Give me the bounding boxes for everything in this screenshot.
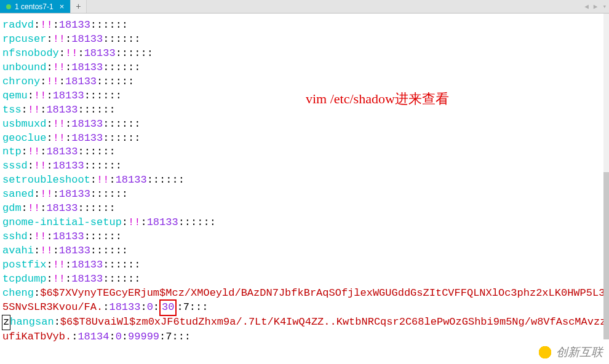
shadow-line: setroubleshoot:!!:18133:::::: bbox=[2, 173, 607, 188]
shadow-line: unbound:!!:18133:::::: bbox=[2, 61, 607, 75]
nav-right-icon[interactable]: ▶ bbox=[594, 2, 598, 10]
shadow-line: saned:!!:18133:::::: bbox=[2, 188, 607, 202]
shadow-line: chrony:!!:18133:::::: bbox=[2, 75, 607, 89]
shadow-line: rpcuser:!!:18133:::::: bbox=[2, 33, 607, 47]
shadow-line: sssd:!!:18133:::::: bbox=[2, 159, 607, 173]
annotation-text: vim /etc/shadow进来查看 bbox=[306, 90, 449, 108]
tab-bar: 1 centos7-1 × + ◀ ▶ ▾ bbox=[0, 0, 609, 14]
watermark: 创新互联 bbox=[538, 344, 603, 360]
shadow-line: qemu:!!:18133:::::: bbox=[2, 89, 607, 103]
shadow-line-cheng: cheng:$6$7XVynyTEGcyERjum$Mcz/XMOeyld/BA… bbox=[2, 287, 607, 301]
close-icon[interactable]: × bbox=[60, 2, 65, 11]
tab-label: 1 centos7-1 bbox=[15, 2, 54, 11]
shadow-line: sshd:!!:18133:::::: bbox=[2, 230, 607, 244]
shadow-line-zhangsan-cont: ufiKaTbVyb.:18134:0:99999:7::: bbox=[2, 330, 607, 344]
shadow-line: postfix:!!:18133:::::: bbox=[2, 258, 607, 272]
shadow-line-zhangsan: zhangsan:$6$T8UvaiWl$zm0xJF6tudZhxm9a/.7… bbox=[2, 315, 607, 330]
shadow-line: ntp:!!:18133:::::: bbox=[2, 145, 607, 159]
terminal-output[interactable]: vim /etc/shadow进来查看 radvd:!!:18133::::::… bbox=[0, 14, 609, 349]
scrollbar-thumb[interactable] bbox=[603, 172, 609, 339]
shadow-line: gdm:!!:18133:::::: bbox=[2, 202, 607, 216]
shadow-line: radvd:!!:18133:::::: bbox=[2, 18, 607, 33]
shadow-line: avahi:!!:18133:::::: bbox=[2, 244, 607, 258]
shadow-line: gnome-initial-setup:!!:18133:::::: bbox=[2, 216, 607, 230]
scrollbar-track[interactable] bbox=[603, 14, 609, 184]
shadow-line: nfsnobody:!!:18133:::::: bbox=[2, 47, 607, 61]
shadow-line: geoclue:!!:18133:::::: bbox=[2, 132, 607, 146]
tab-nav: ◀ ▶ ▾ bbox=[584, 0, 607, 13]
nav-left-icon[interactable]: ◀ bbox=[584, 2, 589, 10]
watermark-text: 创新互联 bbox=[556, 344, 603, 360]
shadow-line: tss:!!:18133:::::: bbox=[2, 103, 607, 117]
highlighted-value: 30 bbox=[159, 299, 177, 316]
shadow-line: tcpdump:!!:18133:::::: bbox=[2, 272, 607, 287]
shadow-line-cheng-cont: 5SNvSLR3Kvou/FA.:18133:0:30:7::: bbox=[2, 301, 607, 315]
shadow-line: usbmuxd:!!:18133:::::: bbox=[2, 117, 607, 132]
add-tab-button[interactable]: + bbox=[70, 0, 86, 13]
watermark-icon bbox=[538, 345, 552, 360]
nav-menu-icon[interactable]: ▾ bbox=[602, 2, 607, 10]
status-dot-icon bbox=[6, 4, 11, 9]
tab-centos7[interactable]: 1 centos7-1 × bbox=[0, 0, 70, 13]
